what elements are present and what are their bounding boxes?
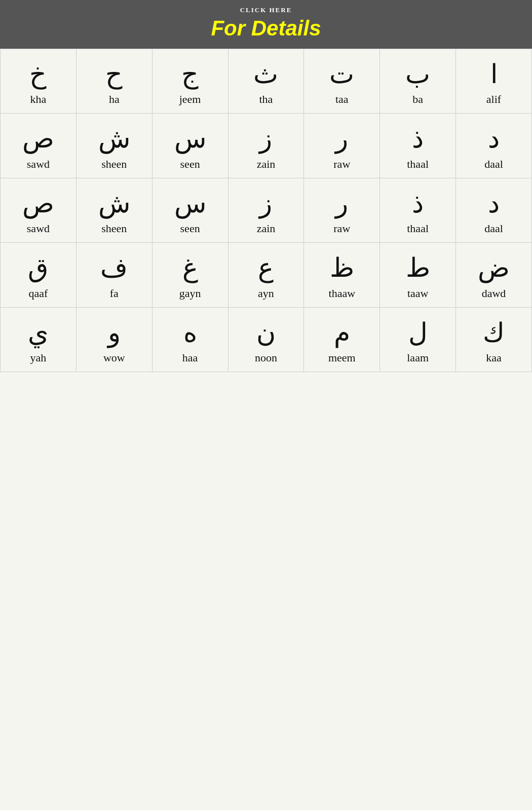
latin-transliteration: tha [233,93,300,106]
arabic-character: م [308,317,375,348]
alphabet-cell: وwow [76,307,152,372]
latin-transliteration: fa [81,287,148,300]
latin-transliteration: dawd [460,287,527,300]
latin-transliteration: kha [5,93,72,106]
arabic-character: د [460,188,527,219]
arabic-character: ز [233,188,300,219]
arabic-character: ر [308,188,375,219]
latin-transliteration: thaaw [308,287,375,300]
alphabet-cell: سseen [152,114,228,178]
alphabet-cell: رraw [304,114,380,178]
latin-transliteration: daal [460,158,527,171]
latin-transliteration: zain [233,222,300,235]
alphabet-cell: بba [380,49,456,114]
arabic-character: ف [81,252,148,283]
alphabet-cell: مmeem [304,307,380,372]
alphabet-cell: ذthaal [380,114,456,178]
arabic-character: س [157,123,224,154]
arabic-character: ع [233,252,300,283]
alphabet-cell: خkha [1,49,77,114]
table-row: خkhaحhaجjeemثthaتtaaبbaاalif [1,49,532,114]
arabic-character: ت [308,58,375,90]
arabic-character: ي [5,317,72,348]
latin-transliteration: yah [5,351,72,364]
alphabet-cell: ضdawd [456,243,532,307]
arabic-character: ن [233,317,300,348]
arabic-character: ش [81,123,148,154]
alphabet-cell: دdaal [456,114,532,178]
latin-transliteration: raw [308,222,375,235]
latin-transliteration: daal [460,222,527,235]
latin-transliteration: laam [384,351,451,364]
arabic-character: ث [233,58,300,90]
latin-transliteration: taa [308,93,375,106]
alphabet-cell: شsheen [76,114,152,178]
arabic-character: ذ [384,188,451,219]
alphabet-cell: زzain [228,114,304,178]
alphabet-cell: قqaaf [1,243,77,307]
arabic-character: ذ [384,123,451,154]
arabic-character: ح [81,58,148,90]
alphabet-cell: فfa [76,243,152,307]
alphabet-cell: ثtha [228,49,304,114]
latin-transliteration: haa [157,351,224,364]
arabic-character: خ [5,58,72,90]
alphabet-cell: حha [76,49,152,114]
arabic-character: ج [157,58,224,90]
alphabet-table: خkhaحhaجjeemثthaتtaaبbaاalifصsawdشsheenس… [0,49,532,372]
alphabet-cell: غgayn [152,243,228,307]
latin-transliteration: raw [308,158,375,171]
alphabet-cell: شsheen [76,178,152,242]
latin-transliteration: ba [384,93,451,106]
latin-transliteration: ha [81,93,148,106]
latin-transliteration: noon [233,351,300,364]
alphabet-cell: صsawd [1,114,77,178]
arabic-character: ق [5,252,72,283]
latin-transliteration: thaal [384,222,451,235]
arabic-character: ص [5,188,72,219]
arabic-character: و [81,317,148,348]
arabic-character: ا [460,58,527,90]
latin-transliteration: kaa [460,351,527,364]
arabic-character: ل [384,317,451,348]
arabic-character: ظ [308,252,375,283]
arabic-character: ك [460,317,527,348]
table-row: صsawdشsheenسseenزzainرrawذthaalدdaal [1,178,532,242]
arabic-character: ب [384,58,451,90]
arabic-character: س [157,188,224,219]
alphabet-cell: اalif [456,49,532,114]
table-row: يyahوwowهhaaنnoonمmeemلlaamكkaa [1,307,532,372]
alphabet-cell: طtaaw [380,243,456,307]
alphabet-cell: عayn [228,243,304,307]
latin-transliteration: sheen [81,158,148,171]
arabic-character: ص [5,123,72,154]
alphabet-cell: دdaal [456,178,532,242]
alphabet-cell: لlaam [380,307,456,372]
latin-transliteration: zain [233,158,300,171]
arabic-character: غ [157,252,224,283]
latin-transliteration: qaaf [5,287,72,300]
latin-transliteration: sawd [5,222,72,235]
latin-transliteration: taaw [384,287,451,300]
arabic-character: ر [308,123,375,154]
header-banner[interactable]: CLICK HERE For Details [0,0,532,49]
arabic-character: ز [233,123,300,154]
arabic-character: ه [157,317,224,348]
for-details-label: For Details [4,16,528,41]
latin-transliteration: sawd [5,158,72,171]
latin-transliteration: jeem [157,93,224,106]
table-row: قqaafفfaغgaynعaynظthaawطtaawضdawd [1,243,532,307]
latin-transliteration: meem [308,351,375,364]
alphabet-cell: صsawd [1,178,77,242]
alphabet-cell: رraw [304,178,380,242]
latin-transliteration: seen [157,222,224,235]
alphabet-cell: تtaa [304,49,380,114]
table-row: صsawdشsheenسseenزzainرrawذthaalدdaal [1,114,532,178]
arabic-character: ض [460,252,527,283]
alphabet-cell: يyah [1,307,77,372]
alphabet-cell: زzain [228,178,304,242]
latin-transliteration: gayn [157,287,224,300]
alphabet-cell: نnoon [228,307,304,372]
latin-transliteration: wow [81,351,148,364]
arabic-character: ط [384,252,451,283]
